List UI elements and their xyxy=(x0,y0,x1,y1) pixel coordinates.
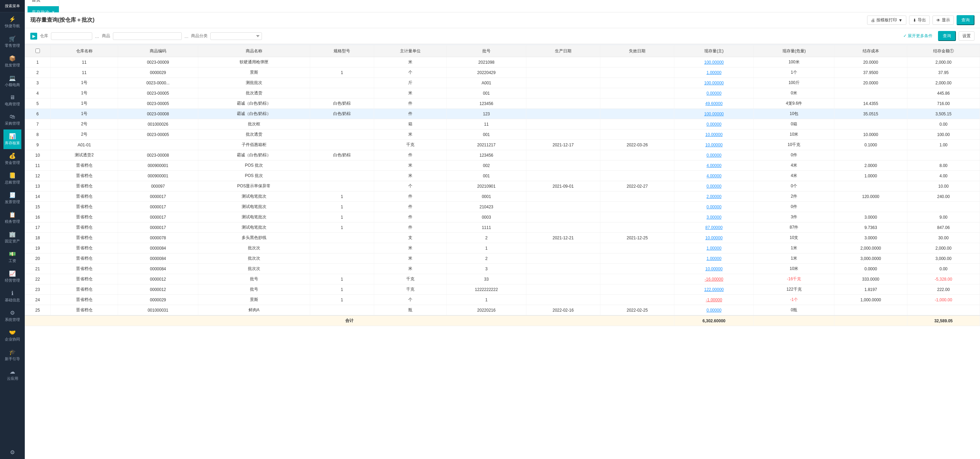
sidebar-item-系统管理[interactable]: ⚙系统管理 xyxy=(3,306,21,326)
sidebar-item-零售管理[interactable]: 🛒零售管理 xyxy=(3,32,21,52)
cell-amount: 30.00 xyxy=(907,233,980,243)
export-button[interactable]: ⬇ 导出 xyxy=(909,16,930,25)
cell-qty-main[interactable]: 3.00000 xyxy=(675,212,754,222)
cell-qty-main[interactable]: -1.00000 xyxy=(675,295,754,305)
sidebar-item-发票管理[interactable]: 🧾发票管理 xyxy=(3,188,21,208)
product-input[interactable] xyxy=(113,32,182,40)
sidebar-item-小额电商[interactable]: 💻小额电商 xyxy=(3,71,21,91)
sidebar-item-采购管理[interactable]: 🛍采购管理 xyxy=(3,110,21,129)
sidebar-item-基础信息[interactable]: ℹ基础信息 xyxy=(3,287,21,306)
cell-produce_date xyxy=(526,99,600,109)
cell-amount xyxy=(907,305,980,316)
expand-more-btn[interactable]: ✓ 展开更多条件 xyxy=(903,33,932,39)
cell-name: 霸诚（白色/奶棕） xyxy=(198,150,310,161)
sidebar-item-总账管理[interactable]: 📒总账管理 xyxy=(3,169,21,188)
cell-produce_date xyxy=(526,109,600,119)
cell-qty-main[interactable]: 122.00000 xyxy=(675,284,754,295)
cell-expire_date xyxy=(600,274,675,284)
cell-qty-main[interactable]: 2.00000 xyxy=(675,191,754,202)
cell-spec: 1 xyxy=(310,212,374,222)
cell-index: 15 xyxy=(25,202,51,212)
cell-spec xyxy=(310,233,374,243)
cell-qty-main[interactable]: 100.00000 xyxy=(675,109,754,119)
cell-amount xyxy=(907,202,980,212)
cell-spec xyxy=(310,253,374,264)
cell-qty-main[interactable]: 1.00000 xyxy=(675,253,754,264)
warehouse-input[interactable] xyxy=(51,32,92,40)
sidebar-item-新手引导[interactable]: 🎓新手引导 xyxy=(3,345,21,365)
table-row: 2110000029景斯1个202204291.000001个37.950037… xyxy=(25,67,980,78)
cell-qty-main[interactable]: 4.00000 xyxy=(675,171,754,181)
cell-cost: 35.0515 xyxy=(834,109,907,119)
cell-name: 多头黑色炒线 xyxy=(198,233,310,243)
category-select[interactable] xyxy=(210,32,262,40)
sidebar-item-电商管理[interactable]: 🖥电商管理 xyxy=(3,91,21,110)
sidebar-item-快捷导航[interactable]: ⚡快捷导航 xyxy=(3,13,21,32)
cell-batch: 33 xyxy=(447,274,526,284)
cell-qty-main[interactable]: 10.00000 xyxy=(675,140,754,150)
cell-code: 0000012 xyxy=(118,274,198,284)
sidebar-item-云应用[interactable]: ☁云应用 xyxy=(3,365,21,385)
cell-qty-main[interactable]: 0.00000 xyxy=(675,305,754,316)
cell-qty-stock: 0米 xyxy=(754,88,834,99)
cell-qty-stock: 10支 xyxy=(754,233,834,243)
cell-qty-stock: 122千克 xyxy=(754,284,834,295)
display-button[interactable]: 👁 显示 xyxy=(932,16,954,25)
cell-index: 4 xyxy=(25,88,51,99)
sidebar-item-批发管理[interactable]: 📦批发管理 xyxy=(3,52,21,71)
cell-qty-main[interactable]: 1.00000 xyxy=(675,67,754,78)
cell-qty-main[interactable]: 10.00000 xyxy=(675,264,754,274)
cell-code: 0000017 xyxy=(118,212,198,222)
cell-expire_date: 2022-03-26 xyxy=(600,140,675,150)
sidebar-logo[interactable]: 搜索菜单 xyxy=(0,0,25,13)
cell-qty-main[interactable]: 0.00000 xyxy=(675,119,754,129)
cell-name: 批次次 xyxy=(198,253,310,264)
cell-warehouse: 2号 xyxy=(51,119,118,129)
table-row: 11晋省档仓000900001POS 批次米0024.000004米2.0000… xyxy=(25,161,980,171)
cell-qty-main[interactable]: 0.00000 xyxy=(675,88,754,99)
cell-qty-main[interactable]: 4.00000 xyxy=(675,161,754,171)
cell-qty-main[interactable]: 100.00000 xyxy=(675,57,754,67)
cell-unit: 件 xyxy=(374,99,447,109)
select-all-checkbox[interactable] xyxy=(35,49,40,53)
cell-expire_date xyxy=(600,222,675,233)
cell-unit: 件 xyxy=(374,202,447,212)
sidebar-item-经营管理[interactable]: 📈经营管理 xyxy=(3,267,21,287)
sidebar-item-库存核算[interactable]: 📊库存核算 xyxy=(3,129,21,149)
sidebar-item-资金管理[interactable]: 💰资金管理 xyxy=(3,149,21,169)
settings-button[interactable]: 设置 xyxy=(959,31,975,41)
cell-spec xyxy=(310,57,374,67)
cell-unit: 米 xyxy=(374,253,447,264)
cell-qty-main[interactable]: 100.00000 xyxy=(675,78,754,88)
cell-spec: 白色/奶棕 xyxy=(310,150,374,161)
print-button[interactable]: 🖨 按模板打印 ▼ xyxy=(867,16,906,25)
cell-cost: 120.0000 xyxy=(834,191,907,202)
cell-qty-stock: 0箱 xyxy=(754,119,834,129)
cell-qty-main[interactable]: 87.00000 xyxy=(675,222,754,233)
cell-qty-main[interactable]: -16.00000 xyxy=(675,274,754,284)
table-row: 15晋省档仓0000017测试电笔批次1件2104230.000000件 xyxy=(25,202,980,212)
table-row: 16晋省档仓0000017测试电笔批次1件00033.000003件3.0000… xyxy=(25,212,980,222)
cell-qty-main[interactable]: 49.60000 xyxy=(675,99,754,109)
query-button-2[interactable]: 查询 xyxy=(938,31,956,41)
cell-qty-main[interactable]: 10.00000 xyxy=(675,129,754,140)
filter-expand-btn[interactable]: ▶ xyxy=(30,33,37,40)
cell-expire_date xyxy=(600,88,675,99)
sidebar-item-工资[interactable]: 💵工资 xyxy=(3,247,21,267)
cell-code: 0000017 xyxy=(118,202,198,212)
cell-qty-main[interactable]: 10.00000 xyxy=(675,233,754,243)
sidebar-settings-icon[interactable]: ⚙ xyxy=(0,446,25,459)
cell-qty-main[interactable]: 0.00000 xyxy=(675,181,754,191)
sidebar-item-固定资产[interactable]: 🏢固定资产 xyxy=(3,228,21,247)
cell-index: 2 xyxy=(25,67,51,78)
cell-name: POS显示率保异常 xyxy=(198,181,310,191)
tab-0[interactable]: 首页 xyxy=(27,0,59,6)
sidebar-item-企业协同[interactable]: 🤝企业协同 xyxy=(3,326,21,345)
cell-qty-main[interactable]: 0.00000 xyxy=(675,150,754,161)
cell-index: 17 xyxy=(25,222,51,233)
cell-qty-main[interactable]: 1.00000 xyxy=(675,243,754,253)
cell-index: 14 xyxy=(25,191,51,202)
sidebar-item-税务管理[interactable]: 📋税务管理 xyxy=(3,208,21,228)
cell-qty-main[interactable]: 0.00000 xyxy=(675,202,754,212)
query-button[interactable]: 查询 xyxy=(956,15,975,25)
